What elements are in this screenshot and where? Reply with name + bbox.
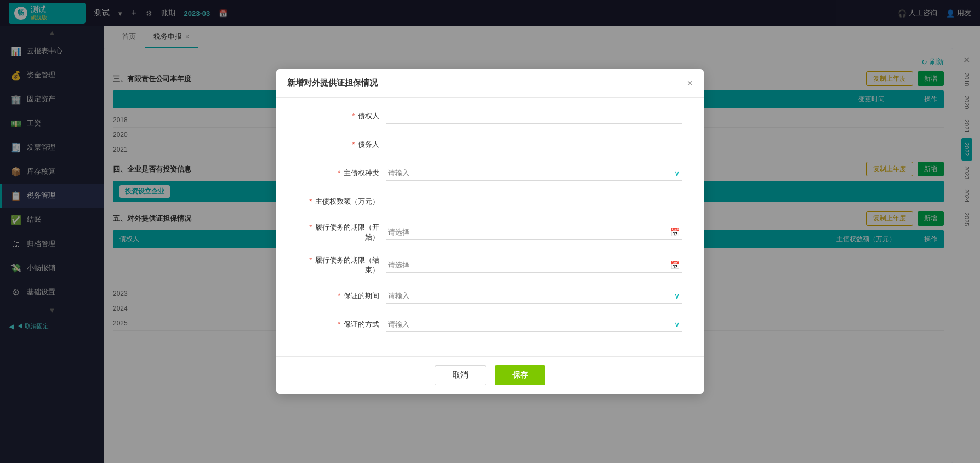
dialog-title: 新增对外提供证担保情况 <box>287 78 378 88</box>
input-claim-type[interactable] <box>386 165 672 180</box>
guarantee-period-arrow-icon[interactable]: ∨ <box>672 291 682 300</box>
form-row-claim-type: * 主债权种类 ∨ <box>298 165 682 181</box>
label-obligation-end: * 履行债务的期限（结束） <box>298 255 386 275</box>
input-obligation-end[interactable] <box>386 258 668 272</box>
select-claim-type: ∨ <box>386 165 682 181</box>
label-claim-type: * 主债权种类 <box>298 168 386 178</box>
label-claim-amount: * 主债权数额（万元） <box>298 197 386 207</box>
dialog: 新增对外提供证担保情况 × * 债权人 * 债务人 <box>276 69 704 394</box>
calendar-end-icon[interactable]: 📅 <box>668 261 682 270</box>
label-obligation-start: * 履行债务的期限（开始） <box>298 222 386 242</box>
dialog-header: 新增对外提供证担保情况 × <box>276 69 704 98</box>
form-row-obligation-end: * 履行债务的期限（结束） 📅 <box>298 255 682 275</box>
form-row-guarantee-method: * 保证的方式 ∨ <box>298 317 682 332</box>
claim-type-arrow-icon[interactable]: ∨ <box>672 169 682 178</box>
label-debtor: * 债务人 <box>298 140 386 150</box>
input-debtor[interactable] <box>386 137 682 152</box>
form-row-obligation-start: * 履行债务的期限（开始） 📅 <box>298 222 682 242</box>
select-guarantee-period: ∨ <box>386 288 682 304</box>
input-obligation-start[interactable] <box>386 225 668 239</box>
dialog-body: * 债权人 * 债务人 * 主债权种类 <box>276 98 704 356</box>
guarantee-method-arrow-icon[interactable]: ∨ <box>672 320 682 329</box>
label-creditor: * 债权人 <box>298 111 386 121</box>
form-row-claim-amount: * 主债权数额（万元） <box>298 194 682 209</box>
date-obligation-start: 📅 <box>386 225 682 240</box>
input-guarantee-method[interactable] <box>386 317 672 331</box>
form-row-guarantee-period: * 保证的期间 ∨ <box>298 288 682 304</box>
label-guarantee-method: * 保证的方式 <box>298 319 386 329</box>
form-row-creditor: * 债权人 <box>298 108 682 124</box>
label-guarantee-period: * 保证的期间 <box>298 291 386 301</box>
save-button[interactable]: 保存 <box>495 365 545 385</box>
dialog-overlay: 新增对外提供证担保情况 × * 债权人 * 债务人 <box>0 0 980 463</box>
cancel-button[interactable]: 取消 <box>435 365 486 385</box>
input-claim-amount[interactable] <box>386 194 682 209</box>
date-obligation-end: 📅 <box>386 258 682 273</box>
dialog-footer: 取消 保存 <box>276 356 704 394</box>
dialog-close-button[interactable]: × <box>687 78 693 88</box>
form-row-debtor: * 债务人 <box>298 137 682 152</box>
select-guarantee-method: ∨ <box>386 317 682 332</box>
input-guarantee-period[interactable] <box>386 288 672 303</box>
calendar-start-icon[interactable]: 📅 <box>668 228 682 237</box>
input-creditor[interactable] <box>386 108 682 124</box>
